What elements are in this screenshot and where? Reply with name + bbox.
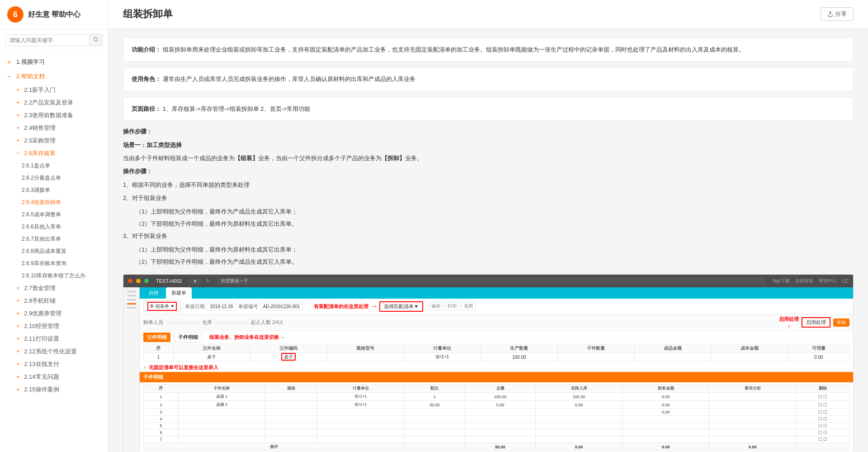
sidebar-item-2-6-7[interactable]: 2.6.7其他出库单 bbox=[0, 233, 108, 245]
th-cost-amt: 成本金额 bbox=[711, 344, 788, 353]
sidebar-item-2-9[interactable]: + 2.9优惠券管理 bbox=[0, 307, 108, 320]
sidebar-item-2-14[interactable]: + 2.14常见问题 bbox=[0, 371, 108, 383]
sidebar-header: 6 好生意 帮助中心 bbox=[0, 0, 108, 29]
mock-sub-table-container: 序 子件名称 规格 计量单位 配比 总量 实际入库 财务金额 要求分析 bbox=[140, 382, 853, 452]
page-title: 组装拆卸单 bbox=[123, 7, 173, 21]
share-button[interactable]: 分享 bbox=[821, 7, 854, 21]
role-label: 使用角色： bbox=[132, 76, 161, 82]
sidebar-item-2-6-4[interactable]: 2.6.4组装拆卸单 bbox=[0, 196, 108, 209]
sidebar-item-2-2[interactable]: + 2.2产品安装及登录 bbox=[0, 96, 108, 109]
sidebar-item-2-10[interactable]: + 2.10经营管理 bbox=[0, 320, 108, 333]
close-dot bbox=[128, 279, 132, 283]
mock-sub-table: 序 子件名称 规格 计量单位 配比 总量 实际入库 财务金额 要求分析 bbox=[143, 384, 849, 451]
mock-nav-line1 bbox=[127, 291, 136, 292]
sidebar-item-2-6[interactable]: − 2.6库存核算 bbox=[0, 147, 108, 160]
share-label: 分享 bbox=[835, 10, 847, 18]
mock-date-field[interactable]: 2019-12-26 bbox=[207, 303, 236, 310]
sub-section-label: 子件明细 bbox=[143, 374, 163, 380]
mock-warehouse-field[interactable] bbox=[216, 321, 247, 324]
action-buttons: 保存 打印 关闭 bbox=[429, 302, 476, 310]
th-spec: 规格型号 bbox=[327, 344, 404, 353]
th-prod-qty: 生产数量 bbox=[481, 344, 557, 353]
minus-icon: − bbox=[7, 73, 14, 80]
parent-code-input[interactable]: 桌子 bbox=[281, 353, 296, 361]
sub-th-finance: 财务金额 bbox=[623, 385, 709, 393]
annotation2-area: 父件明细 子件明细 组装业务、拆卸业务在这里切换 ← bbox=[140, 331, 853, 344]
mock-nav-line4 bbox=[127, 307, 136, 309]
sidebar-item-2-6-10[interactable]: 2.6.10库存账本错了怎么办 bbox=[0, 270, 108, 282]
sidebar-item-2-13[interactable]: + 2.13在线支付 bbox=[0, 358, 108, 371]
sidebar-item-2-6-9[interactable]: 2.6.9库存账本查询 bbox=[0, 257, 108, 270]
td-prod-amt bbox=[634, 353, 711, 362]
sidebar-item-2-8[interactable]: + 2.8手机旺铺 bbox=[0, 295, 108, 307]
plus-icon: + bbox=[7, 59, 14, 65]
mock-audit-btn[interactable]: 审核 bbox=[833, 319, 849, 327]
sidebar-item-2-4[interactable]: + 2.4销售管理 bbox=[0, 122, 108, 134]
sidebar-item-2-3[interactable]: + 2.3使用前数据准备 bbox=[0, 109, 108, 122]
annotation3-text: 启用处理 bbox=[779, 316, 799, 323]
sidebar-item-2-5[interactable]: + 2.5采购管理 bbox=[0, 134, 108, 147]
mock-apply-btn[interactable]: 启用处理 bbox=[802, 317, 830, 328]
sub-th-actual: 实际入库 bbox=[536, 385, 623, 393]
mock-child-tab[interactable]: 子件明细 bbox=[174, 332, 202, 343]
mock-print-btn[interactable]: 打印 bbox=[445, 302, 459, 310]
sidebar-item-2-1[interactable]: + 2.1新手入门 bbox=[0, 84, 108, 96]
ops-section: 操作步骤： 场景一：加工类型选择 当由多个子件材料组装成一个成品的业务为【组装】… bbox=[123, 126, 854, 267]
type-select-box: 本 组装单 ▼ bbox=[147, 302, 177, 311]
sidebar-item-help[interactable]: − 2.帮助文档 bbox=[0, 69, 108, 84]
svg-point-0 bbox=[94, 38, 98, 41]
mock-num-field[interactable]: AD-20191226-001 bbox=[260, 303, 303, 310]
screenshot-container: TEST-H002 ▼ ↻ 前置聚焦一下 App下载 在线帮助 帮助中心 CC bbox=[123, 274, 854, 452]
app-name: 好生意 帮助中心 bbox=[28, 10, 80, 19]
path-label: 页面路径： bbox=[132, 105, 161, 112]
sidebar-item-2-6-2[interactable]: 2.6.2分量盘点单 bbox=[0, 172, 108, 184]
ops-steps-heading2: 操作步骤： bbox=[123, 168, 152, 175]
mock-type-select[interactable]: 本 组装单 ▼ bbox=[143, 300, 181, 312]
sidebar-item-video[interactable]: + 1.视频学习 bbox=[0, 55, 108, 69]
sub-th-name: 子件名称 bbox=[178, 385, 265, 393]
sidebar-item-2-6-6[interactable]: 2.6.6其他入库单 bbox=[0, 221, 108, 233]
mock-parent-tab[interactable]: 父件明细 bbox=[143, 333, 170, 342]
svg-line-1 bbox=[97, 40, 98, 41]
sidebar-item-2-6-5[interactable]: 2.6.5成本调整单 bbox=[0, 209, 108, 221]
search-button[interactable] bbox=[90, 34, 103, 46]
sidebar-item-2-11[interactable]: + 2.11打印设置 bbox=[0, 333, 108, 345]
table-row: 1 桌子 桌子 张/1=1 100.00 bbox=[144, 353, 849, 362]
mock-processing-btn[interactable]: 选择匹配清单▼ bbox=[379, 301, 423, 312]
sidebar-item-2-6-8[interactable]: 2.6.8商品成本重算 bbox=[0, 245, 108, 257]
max-dot bbox=[144, 279, 149, 283]
mock-tab-1[interactable]: 自然 bbox=[143, 287, 164, 299]
sidebar-item-2-7[interactable]: + 2.7资金管理 bbox=[0, 282, 108, 295]
mock-close-btn[interactable]: 关闭 bbox=[461, 302, 476, 310]
logo-icon: 6 bbox=[7, 6, 24, 23]
sidebar-item-2-15[interactable]: + 2.15操作案例 bbox=[0, 383, 108, 396]
nav-section-1: + 1.视频学习 bbox=[0, 55, 108, 69]
up-arrow-icon: ↑ bbox=[143, 365, 146, 371]
scene1-heading: 场景一：加工类型选择 bbox=[123, 142, 182, 148]
main-header: 组装拆卸单 分享 bbox=[108, 0, 868, 29]
sidebar-item-video-label: 1.视频学习 bbox=[16, 58, 45, 66]
mock-nav-line2 bbox=[127, 295, 136, 296]
sub-table-row-4: 4 ☐ ☐ bbox=[144, 416, 849, 423]
sub-table-row-3: 3 0.00 ☐ ☐ bbox=[144, 409, 849, 416]
annotation2-text: 组装业务、拆卸业务在这里切换 bbox=[209, 334, 279, 341]
user-icon: CC bbox=[842, 279, 849, 284]
left-arrow-icon: ← bbox=[281, 335, 286, 340]
sidebar-item-2-6-1[interactable]: 2.6.1盘点单 bbox=[0, 160, 108, 172]
min-dot bbox=[136, 279, 141, 283]
annotation1-text: 有装配清单的在这里处理 bbox=[314, 303, 368, 310]
sidebar-item-2-6-3[interactable]: 2.6.3调拨单 bbox=[0, 184, 108, 196]
mock-tab-2[interactable]: 新建单 bbox=[166, 287, 192, 299]
mock-save-btn[interactable]: 保存 bbox=[429, 302, 443, 310]
refresh-icon: ↻ bbox=[206, 278, 210, 284]
mock-sub-table-header: 子件明细 bbox=[140, 372, 853, 382]
sidebar-nav: + 1.视频学习 − 2.帮助文档 + 2.1新手入门 + 2.2产品安装及登录… bbox=[0, 51, 108, 452]
sub-table-row-5: 5 ☐ ☐ bbox=[144, 423, 849, 429]
sidebar: 6 好生意 帮助中心 + 1.视频学习 − 2.帮助文档 + 2.1新手入门 bbox=[0, 0, 108, 452]
sub-table-row-1: 1 桌面 1 张/1+1 1 100.00 100.00 0.00 bbox=[144, 393, 849, 401]
td-sub-qty bbox=[557, 353, 634, 362]
sidebar-item-2-12[interactable]: + 2.12系统个性化设置 bbox=[0, 345, 108, 358]
scene1-desc: 当由多个子件材料组装成一个成品的业务为【组装】业务，当由一个父件拆分成多个子产品… bbox=[123, 153, 854, 163]
search-input[interactable] bbox=[5, 34, 90, 46]
mock-person-field[interactable] bbox=[167, 321, 198, 324]
